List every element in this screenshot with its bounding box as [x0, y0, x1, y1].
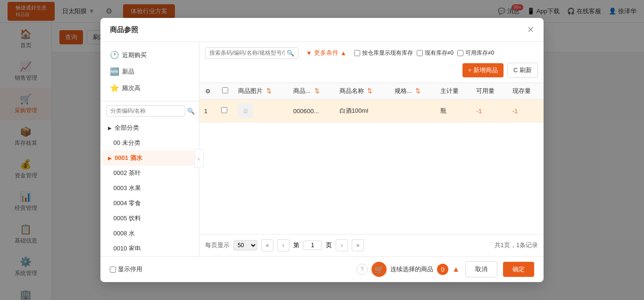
- show-disabled-input[interactable]: [110, 267, 116, 273]
- total-info: 共1页，1条记录: [495, 241, 538, 250]
- available-stock-checkbox[interactable]: 现有库存≠0: [417, 49, 454, 57]
- arrow-icon: ▶: [108, 125, 112, 131]
- th-code: 商品... ⇅: [289, 83, 335, 100]
- filter-icon: ▼: [306, 50, 312, 57]
- page-size-select[interactable]: 50 100: [233, 240, 257, 250]
- arrow-icon: ▶: [108, 156, 112, 161]
- sort-arrows[interactable]: ⇅: [415, 87, 421, 94]
- cart-collapse-button[interactable]: ▲: [452, 265, 460, 274]
- product-table-container: ⚙ 商品图片 ⇅ 商品... ⇅: [199, 83, 544, 234]
- arrow-icon: [108, 171, 111, 176]
- th-name: 商品名称 ⇅: [335, 83, 390, 100]
- add-product-button[interactable]: + 新增商品: [462, 63, 504, 77]
- category-item-all[interactable]: ▶ 全部分类: [102, 120, 197, 135]
- row-image-cell: 🖼: [233, 100, 289, 123]
- star-icon: ⭐: [110, 83, 119, 92]
- modal-left-panel: 🕐 近期购买 🆕 新品 ⭐ 频次高 🔍: [100, 42, 199, 256]
- th-spec: 规格... ⇅: [390, 83, 436, 100]
- sort-arrows[interactable]: ⇅: [266, 87, 272, 94]
- product-image: 🖼: [238, 103, 253, 118]
- category-item-unclassified[interactable]: 00 未分类: [102, 135, 197, 150]
- category-item-water[interactable]: 0008 水: [102, 226, 197, 241]
- arrow-icon: [108, 186, 111, 191]
- table-row[interactable]: 1 🖼 000600... 白酒100ml 瓶: [199, 100, 544, 123]
- quick-recent-purchase[interactable]: 🕐 近期购买: [106, 48, 193, 62]
- usable-stock-checkbox[interactable]: 可用库存≠0: [457, 49, 494, 57]
- category-item-fruit[interactable]: 0003 水果: [102, 181, 197, 196]
- cart-button[interactable]: 🛒: [372, 262, 387, 277]
- row-index: 1: [199, 100, 216, 123]
- next-page-button[interactable]: ›: [336, 239, 348, 251]
- row-stock: -1: [508, 100, 544, 123]
- more-filter-button[interactable]: ▼ 更多条件 ▲: [302, 47, 350, 59]
- modal-toolbar: 🔍 ▼ 更多条件 ▲ 按仓库显示现有库存 现有库存≠0: [199, 42, 544, 83]
- sort-arrows[interactable]: ⇅: [314, 87, 320, 94]
- last-page-button[interactable]: »: [352, 239, 364, 251]
- category-list: ▶ 全部分类 00 未分类 ▶ 0001 酒水 0002 茶叶: [100, 120, 199, 250]
- modal-close-button[interactable]: ✕: [527, 25, 534, 35]
- arrow-icon: [108, 141, 111, 146]
- arrow-icon: [108, 231, 111, 236]
- arrow-icon: [108, 216, 111, 221]
- th-stock: 现存量: [508, 83, 544, 100]
- page-label: 第: [293, 241, 299, 250]
- category-item-snack[interactable]: 0004 零食: [102, 196, 197, 211]
- modal-header: 商品参照 ✕: [100, 18, 544, 42]
- filter-up-icon: ▲: [340, 50, 347, 57]
- th-image: 商品图片 ⇅: [233, 83, 289, 100]
- product-table: ⚙ 商品图片 ⇅ 商品... ⇅: [199, 83, 544, 123]
- product-search-box: 🔍: [205, 47, 298, 59]
- cancel-button[interactable]: 取消: [465, 261, 497, 277]
- show-disabled-checkbox[interactable]: 显示停用: [110, 265, 142, 274]
- quick-high-frequency[interactable]: ⭐ 频次高: [106, 81, 193, 95]
- product-reference-modal: 商品参照 ✕ 🕐 近期购买 🆕 新品 ⭐ 频次高: [100, 18, 544, 282]
- page-number-input[interactable]: [303, 241, 322, 250]
- row-spec: [390, 100, 436, 123]
- category-item-liquor[interactable]: ▶ 0001 酒水: [102, 150, 197, 166]
- category-search-input[interactable]: [106, 105, 185, 117]
- select-all-checkbox[interactable]: [222, 87, 228, 93]
- collapse-panel-button[interactable]: ‹: [194, 149, 204, 168]
- help-icon[interactable]: ?: [356, 264, 368, 275]
- prev-page-button[interactable]: ‹: [277, 239, 289, 251]
- quick-actions: 🕐 近期购买 🆕 新品 ⭐ 频次高: [100, 48, 199, 99]
- arrow-icon: [108, 246, 111, 251]
- cart-label: 连续选择的商品: [390, 265, 433, 274]
- th-available: 可用量: [471, 83, 507, 100]
- category-search-icon[interactable]: 🔍: [187, 108, 195, 115]
- page-size-label: 每页显示: [205, 241, 230, 250]
- quick-new-product[interactable]: 🆕 新品: [106, 64, 193, 79]
- category-item-electronics[interactable]: 0010 家电: [102, 241, 197, 250]
- arrow-icon: [108, 201, 111, 206]
- available-stock-input[interactable]: [417, 50, 423, 56]
- category-item-beverage[interactable]: 0005 饮料: [102, 211, 197, 226]
- cart-area: ? 🛒 连续选择的商品 0 ▲: [356, 262, 460, 277]
- search-icon[interactable]: 🔍: [287, 50, 294, 57]
- modal-right-panel: 🔍 ▼ 更多条件 ▲ 按仓库显示现有库存 现有库存≠0: [199, 42, 544, 256]
- row-checkbox[interactable]: [221, 107, 227, 113]
- category-item-tea[interactable]: 0002 茶叶: [102, 166, 197, 181]
- row-checkbox-cell: [216, 100, 233, 123]
- row-code: 000600...: [289, 100, 335, 123]
- first-page-button[interactable]: «: [261, 239, 273, 251]
- row-available: -1: [471, 100, 507, 123]
- stock-by-warehouse-checkbox[interactable]: 按仓库显示现有库存: [354, 49, 413, 57]
- modal-overlay: 商品参照 ✕ 🕐 近期购买 🆕 新品 ⭐ 频次高: [0, 0, 644, 300]
- refresh-button[interactable]: C 刷新: [507, 63, 538, 78]
- table-body: 1 🖼 000600... 白酒100ml 瓶: [199, 100, 544, 123]
- category-search-area: 🔍: [100, 103, 199, 120]
- th-settings[interactable]: ⚙: [199, 83, 216, 100]
- product-search-input[interactable]: [209, 50, 285, 56]
- th-checkbox: [216, 83, 233, 100]
- clock-icon: 🕐: [110, 50, 119, 59]
- modal-footer: 显示停用 ? 🛒 连续选择的商品 0 ▲ 取消 确定: [100, 256, 544, 282]
- stock-by-warehouse-input[interactable]: [354, 50, 360, 56]
- usable-stock-input[interactable]: [457, 50, 463, 56]
- table-header: ⚙ 商品图片 ⇅ 商品... ⇅: [199, 83, 544, 100]
- divider: [100, 101, 199, 101]
- modal-body: 🕐 近期购买 🆕 新品 ⭐ 频次高 🔍: [100, 42, 544, 256]
- sort-arrows[interactable]: ⇅: [367, 87, 372, 94]
- th-unit: 主计量: [436, 83, 471, 100]
- confirm-button[interactable]: 确定: [503, 262, 534, 277]
- row-unit: 瓶: [436, 100, 471, 123]
